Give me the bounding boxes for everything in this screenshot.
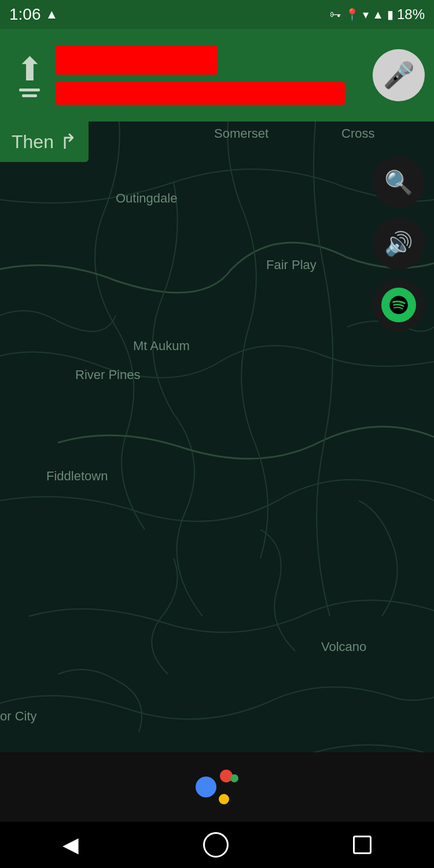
nav-redacted-bar-2: [56, 82, 345, 105]
mic-button[interactable]: 🎤: [373, 49, 425, 101]
nav-info: [56, 46, 367, 105]
dot-green: [230, 774, 238, 782]
home-button[interactable]: [203, 832, 229, 858]
spotify-logo: [381, 288, 416, 322]
status-time: 1:06: [9, 5, 41, 24]
spotify-button[interactable]: [373, 279, 425, 331]
nav-direction-icon: ⬆: [9, 53, 50, 97]
then-instruction: Then ↱: [0, 122, 89, 162]
nav-header: ⬆ 🎤: [0, 29, 434, 122]
key-icon: 🗝: [330, 8, 341, 21]
google-dots: [196, 770, 238, 804]
recents-button[interactable]: [353, 836, 372, 854]
search-button[interactable]: 🔍: [373, 156, 425, 208]
navigation-icon: ▲: [46, 7, 58, 22]
dot-yellow: [219, 794, 229, 804]
system-nav-bar: ◀: [0, 822, 434, 868]
volume-icon: 🔊: [384, 230, 413, 258]
mic-icon: 🎤: [383, 60, 415, 90]
map-area: .road { fill: none; stroke: #1e3a2f; str…: [0, 122, 434, 752]
dot-blue: [196, 777, 216, 797]
turn-icon: ↱: [60, 130, 77, 154]
location-icon: 📍: [345, 8, 359, 21]
signal-icon: ▲: [372, 8, 384, 21]
nav-redacted-bar-1: [56, 46, 218, 75]
battery-percent: 18%: [397, 6, 425, 23]
status-bar: 1:06 ▲ 🗝 📍 ▾ ▲ ▮ 18%: [0, 0, 434, 29]
volume-button[interactable]: 🔊: [373, 218, 425, 270]
battery-icon: ▮: [387, 8, 393, 21]
back-button[interactable]: ◀: [62, 833, 79, 857]
then-label: Then: [12, 131, 54, 153]
right-buttons: 🔍 🔊: [373, 156, 425, 331]
search-icon: 🔍: [384, 169, 413, 196]
wifi-icon: ▾: [363, 8, 369, 21]
google-assistant-bar[interactable]: [0, 752, 434, 822]
